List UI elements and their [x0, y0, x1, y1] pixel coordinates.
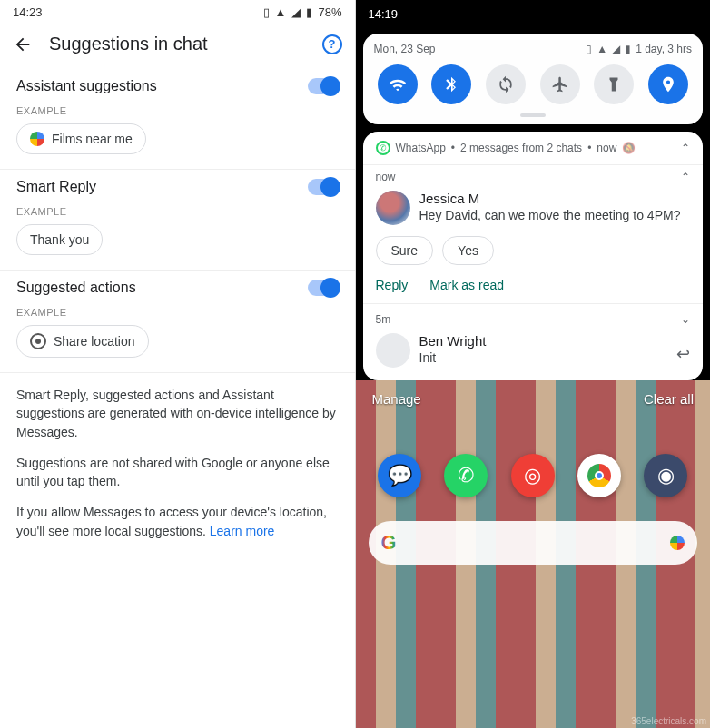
avatar: [376, 333, 410, 368]
vibrate-icon: ▯: [263, 5, 270, 19]
assistant-suggestions-title: Assistant suggestions: [16, 78, 157, 94]
whatsapp-app-icon[interactable]: ✆: [444, 454, 488, 497]
example-label: EXAMPLE: [16, 105, 339, 116]
qs-flashlight[interactable]: [594, 64, 634, 104]
status-icons: ▯ ▲ ◢ ▮ 78%: [263, 5, 342, 19]
qs-sync[interactable]: [486, 64, 526, 104]
smart-reply-toggle[interactable]: [308, 179, 339, 195]
mute-icon: 🔕: [622, 142, 636, 154]
messages-app-icon[interactable]: 💬: [378, 454, 421, 497]
panel-handle[interactable]: [520, 113, 546, 117]
right-phone: 14:19 Mon, 23 Sep ▯ ▲ ◢ ▮ 1 day, 3 hrs ✆…: [356, 0, 711, 728]
assistant-chip[interactable]: Films near me: [16, 123, 146, 154]
chrome-app-icon[interactable]: [577, 454, 621, 497]
notification-app: WhatsApp: [396, 142, 446, 154]
sender-name: Ben Wright: [419, 333, 487, 349]
notification-actions: Reply Mark as read: [376, 278, 691, 292]
info-block: Smart Reply, suggested actions and Assis…: [0, 373, 355, 566]
home-screen-backdrop: Manage Clear all 💬 ✆ ◎ ◉ G: [356, 380, 711, 728]
smart-reply-title: Smart Reply: [16, 179, 96, 195]
signal-icon: ◢: [612, 43, 620, 55]
message-1: now ⌃ Jessica M Hey David, can we move t…: [363, 165, 704, 303]
quick-settings-row: [374, 64, 693, 108]
message-text: Init: [419, 350, 487, 365]
share-location-chip-label: Share location: [54, 334, 135, 349]
battery-icon: ▮: [306, 5, 312, 19]
back-icon[interactable]: [13, 34, 33, 54]
example-label: EXAMPLE: [16, 307, 339, 318]
status-time: 14:19: [369, 7, 399, 21]
suggested-actions-section: Suggested actions EXAMPLE Share location: [0, 271, 355, 373]
qs-airplane[interactable]: [540, 64, 580, 104]
page-title: Suggestions in chat: [49, 34, 322, 54]
smart-reply-chip-label: Thank you: [30, 232, 89, 247]
assistant-suggestions-section: Assistant suggestions EXAMPLE Films near…: [0, 69, 355, 170]
suggested-actions-title: Suggested actions: [16, 280, 136, 296]
qs-wifi[interactable]: [378, 64, 418, 104]
notification-meta: 2 messages from 2 chats: [460, 142, 582, 154]
qs-location[interactable]: [648, 64, 688, 104]
camera-app-icon[interactable]: ◉: [644, 454, 687, 497]
smart-reply-section: Smart Reply EXAMPLE Thank you: [0, 170, 355, 271]
panel-date: Mon, 23 Sep: [374, 43, 436, 55]
info-p3: If you allow Messages to access your dev…: [16, 503, 339, 540]
reply-chip-sure[interactable]: Sure: [376, 236, 434, 265]
collapse-icon[interactable]: ⌃: [681, 171, 690, 183]
left-phone: 14:23 ▯ ▲ ◢ ▮ 78% Suggestions in chat ? …: [0, 0, 356, 728]
message-2: 5m ⌄ Ben Wright Init ↩: [363, 303, 704, 380]
whatsapp-icon: ✆: [376, 141, 390, 155]
pocketcasts-app-icon[interactable]: ◎: [511, 454, 555, 497]
example-label: EXAMPLE: [16, 206, 339, 217]
suggested-actions-toggle[interactable]: [308, 280, 339, 296]
assistant-chip-label: Films near me: [52, 132, 133, 146]
sender-name: Jessica M: [419, 191, 681, 206]
assistant-suggestions-toggle[interactable]: [308, 78, 339, 94]
assistant-mic-icon[interactable]: [670, 536, 685, 550]
assistant-icon: [30, 132, 44, 146]
quick-settings-panel: Mon, 23 Sep ▯ ▲ ◢ ▮ 1 day, 3 hrs: [363, 34, 704, 124]
reply-icon[interactable]: ↩: [676, 344, 690, 364]
battery-icon: ▮: [625, 43, 631, 55]
status-bar: 14:19: [356, 0, 711, 28]
message-time: now: [376, 171, 396, 183]
info-p2: Suggestions are not shared with Google o…: [16, 454, 339, 491]
app-bar: Suggestions in chat ?: [0, 25, 355, 69]
mark-read-action[interactable]: Mark as read: [429, 278, 504, 292]
message-time: 5m: [376, 313, 391, 326]
panel-status-icons: ▯ ▲ ◢ ▮ 1 day, 3 hrs: [586, 43, 692, 55]
location-target-icon: [30, 333, 46, 349]
qs-bluetooth[interactable]: [431, 64, 471, 104]
dock-row: 💬 ✆ ◎ ◉: [356, 454, 711, 497]
collapse-icon[interactable]: ⌃: [681, 142, 690, 154]
watermark: 365electricals.com: [631, 716, 706, 726]
status-time: 14:23: [13, 5, 43, 19]
vibrate-icon: ▯: [586, 43, 592, 55]
smart-reply-row: Sure Yes: [376, 236, 691, 265]
battery-percent: 78%: [318, 5, 341, 19]
wifi-icon: ▲: [275, 5, 287, 19]
search-bar[interactable]: G: [369, 521, 698, 565]
clear-all-button[interactable]: Clear all: [644, 391, 694, 407]
learn-more-link[interactable]: Learn more: [210, 524, 275, 538]
notification-card: ✆ WhatsApp • 2 messages from 2 chats • n…: [363, 132, 704, 380]
reply-action[interactable]: Reply: [376, 278, 409, 292]
wifi-icon: ▲: [597, 43, 607, 55]
google-logo-icon: G: [381, 531, 397, 555]
smart-reply-chip[interactable]: Thank you: [16, 224, 103, 255]
battery-estimate: 1 day, 3 hrs: [636, 43, 692, 55]
reply-chip-yes[interactable]: Yes: [442, 236, 494, 265]
manage-button[interactable]: Manage: [372, 391, 421, 407]
notification-header[interactable]: ✆ WhatsApp • 2 messages from 2 chats • n…: [363, 132, 704, 165]
message-text: Hey David, can we move the meeting to 4P…: [419, 208, 681, 222]
info-p1: Smart Reply, suggested actions and Assis…: [16, 386, 339, 441]
signal-icon: ◢: [291, 5, 301, 19]
status-bar: 14:23 ▯ ▲ ◢ ▮ 78%: [0, 0, 355, 25]
share-location-chip[interactable]: Share location: [16, 325, 149, 358]
help-icon[interactable]: ?: [322, 34, 342, 54]
notification-meta-time: now: [597, 142, 616, 154]
expand-icon[interactable]: ⌄: [681, 313, 690, 326]
avatar: [376, 191, 410, 225]
